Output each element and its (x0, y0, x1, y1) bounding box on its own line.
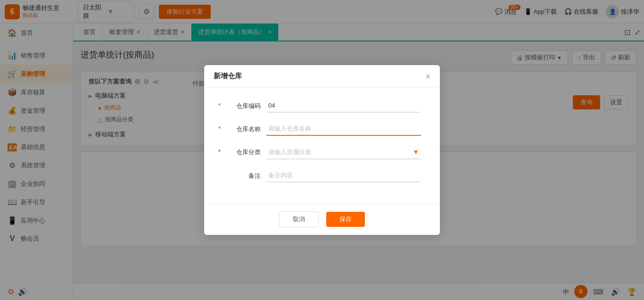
warehouse-category-label: 仓库分类 (223, 148, 261, 157)
modal-title: 新增仓库 (214, 72, 242, 81)
modal-body: 仓库编码 仓库名称 仓库分类 ▼ 备注 (204, 88, 440, 203)
modal-footer: 取消 保存 (204, 203, 440, 235)
warehouse-name-label: 仓库名称 (223, 125, 261, 133)
note-input[interactable] (266, 169, 421, 183)
form-row-category: 仓库分类 ▼ (223, 145, 421, 159)
modal-add-warehouse: 新增仓库 × 仓库编码 仓库名称 仓库分类 ▼ (204, 65, 440, 235)
modal-overlay: 新增仓库 × 仓库编码 仓库名称 仓库分类 ▼ (0, 0, 644, 300)
warehouse-code-input[interactable] (266, 99, 421, 113)
note-label: 备注 (223, 172, 261, 180)
modal-close-button[interactable]: × (425, 72, 430, 81)
form-row-code: 仓库编码 (223, 99, 421, 113)
warehouse-category-select[interactable]: ▼ (266, 145, 421, 159)
modal-header: 新增仓库 × (204, 65, 440, 88)
save-button[interactable]: 保存 (326, 212, 365, 227)
form-row-name: 仓库名称 (223, 122, 421, 136)
warehouse-name-input[interactable] (266, 122, 421, 136)
form-row-note: 备注 (223, 169, 421, 183)
warehouse-code-label: 仓库编码 (223, 102, 261, 110)
warehouse-category-input[interactable] (268, 149, 413, 156)
cancel-button[interactable]: 取消 (279, 211, 319, 227)
category-dropdown-icon[interactable]: ▼ (413, 148, 419, 156)
